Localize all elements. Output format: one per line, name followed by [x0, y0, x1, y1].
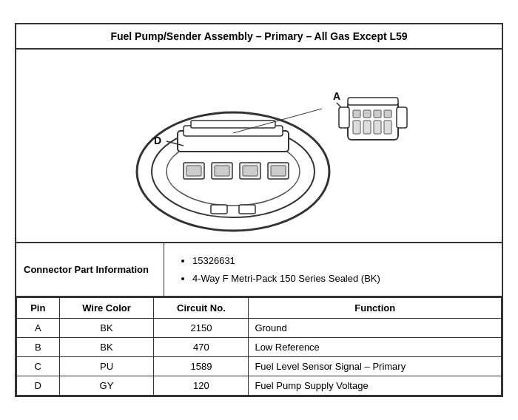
cell-circuit-no: 120 [154, 376, 249, 395]
cell-circuit-no: 2150 [154, 318, 249, 337]
connector-part-list: 153266314-Way F Metri-Pack 150 Series Se… [179, 252, 380, 287]
svg-rect-20 [339, 107, 349, 128]
info-section: Connector Part Information 153266314-Way… [16, 243, 502, 297]
cell-circuit-no: 470 [154, 337, 249, 356]
cell-wire-color: BK [59, 318, 154, 337]
col-wire-color: Wire Color [59, 297, 154, 319]
svg-rect-25 [384, 110, 391, 118]
svg-rect-14 [211, 205, 227, 214]
table-body: ABK2150GroundBBK470Low ReferenceCPU1589F… [17, 318, 502, 395]
svg-rect-13 [271, 166, 286, 176]
svg-rect-29 [384, 121, 391, 134]
svg-rect-15 [239, 205, 255, 214]
cell-function: Fuel Pump Supply Voltage [249, 376, 502, 395]
svg-rect-11 [243, 166, 258, 176]
table-header: Pin Wire Color Circuit No. Function [17, 297, 502, 319]
cell-pin: D [17, 376, 60, 395]
svg-rect-28 [374, 121, 381, 134]
svg-rect-9 [215, 166, 229, 176]
svg-rect-19 [348, 98, 398, 105]
cell-wire-color: PU [59, 356, 154, 376]
connector-part-label: Connector Part Information [16, 243, 164, 296]
page-title: Fuel Pump/Sender Assembly – Primary – Al… [16, 24, 502, 50]
cell-function: Low Reference [249, 337, 502, 356]
cell-pin: A [17, 318, 60, 337]
table-row: CPU1589Fuel Level Sensor Signal – Primar… [17, 356, 502, 376]
cell-wire-color: BK [59, 337, 154, 356]
cell-wire-color: GY [59, 376, 154, 395]
col-function: Function [249, 297, 502, 319]
connector-part-item: 4-Way F Metri-Pack 150 Series Sealed (BK… [192, 270, 380, 287]
svg-rect-5 [191, 121, 275, 128]
table-row: ABK2150Ground [17, 318, 502, 337]
cell-circuit-no: 1589 [154, 356, 249, 376]
pin-table: Pin Wire Color Circuit No. Function ABK2… [16, 297, 502, 396]
cell-pin: C [17, 356, 60, 376]
svg-rect-7 [186, 166, 201, 176]
table-row: BBK470Low Reference [17, 337, 502, 356]
connector-part-item: 15326631 [192, 252, 380, 269]
diagram-area: D A [16, 50, 502, 243]
cell-function: Ground [249, 318, 502, 337]
connector-part-details: 153266314-Way F Metri-Pack 150 Series Se… [164, 243, 395, 296]
table-row: DGY120Fuel Pump Supply Voltage [17, 376, 502, 395]
svg-rect-26 [353, 121, 360, 134]
cell-pin: B [17, 337, 60, 356]
table-header-row: Pin Wire Color Circuit No. Function [17, 297, 502, 319]
cell-function: Fuel Level Sensor Signal – Primary [249, 356, 502, 376]
svg-rect-23 [363, 110, 371, 118]
svg-rect-22 [353, 110, 360, 118]
svg-rect-21 [397, 107, 407, 128]
col-circuit-no: Circuit No. [154, 297, 249, 319]
connector-diagram: D A [104, 57, 414, 234]
svg-rect-27 [363, 121, 371, 134]
col-pin: Pin [17, 297, 60, 319]
label-d: D [154, 135, 161, 146]
main-container: Fuel Pump/Sender Assembly – Primary – Al… [15, 23, 503, 397]
label-a: A [333, 90, 340, 102]
svg-rect-24 [374, 110, 381, 118]
